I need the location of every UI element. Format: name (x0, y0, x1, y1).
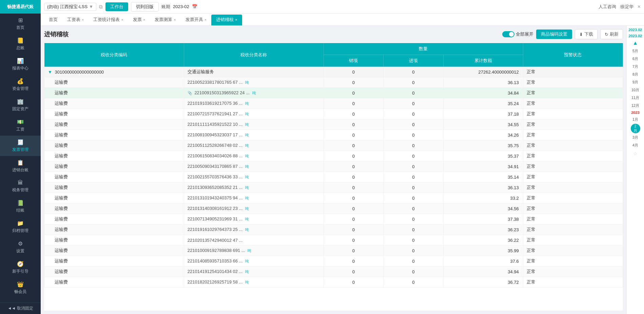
timeline-expand-up[interactable]: ▲ (633, 40, 638, 46)
unit-badge: 吨 (245, 196, 249, 200)
row-purchase: 0 (384, 130, 443, 140)
sidebar-item-salary[interactable]: 💵 工资 (0, 115, 41, 136)
tabs-bar: 首页 工资表 × 工资统计报表 × 发票 × 发票测算 × 发票开具 × 进销稽… (41, 14, 644, 26)
expand-all-toggle[interactable]: 全部展开 (502, 31, 533, 37)
table-row[interactable]: 运输费 221005112528266748 02 ... 吨 0 0 35.7… (44, 140, 623, 151)
expand-icon[interactable]: ▼ (48, 70, 52, 75)
sidebar-item-purchase[interactable]: 📋 进销台账 (0, 156, 41, 176)
close-button[interactable]: × (638, 4, 641, 10)
timeline-month-10[interactable]: 10月 (629, 86, 642, 94)
timeline-month-7[interactable]: 7月 (629, 63, 642, 70)
timeline-month-5[interactable]: 5月 (629, 47, 642, 55)
timeline-month-6[interactable]: 6月 (629, 55, 642, 62)
table-row[interactable]: 运输费 📎 221009150313965922 24 ... 吨 0 0 34… (44, 88, 623, 98)
sidebar-item-tax[interactable]: 🏛 税务管理 (0, 176, 41, 196)
sidebar-item-label: 资金管理 (12, 86, 28, 92)
row-status: 正常 (523, 256, 623, 267)
table-row[interactable]: 运输费 221014085935710353 66 ... 吨 0 0 37.6… (44, 256, 623, 267)
tab-invoice[interactable]: 发票 × (128, 15, 150, 25)
row-purchase: 0 (384, 235, 443, 246)
sidebar-item-settings[interactable]: ⚙ 设置 (0, 237, 41, 257)
timeline-month-8[interactable]: 8月 (629, 71, 642, 78)
timeline-month-4[interactable]: 4月 (629, 142, 642, 149)
table-row[interactable]: 运输费 221010009192789838 691 ... 吨 0 0 35.… (44, 246, 623, 256)
toggle-switch[interactable] (502, 31, 514, 37)
row-sales: 0 (324, 88, 383, 98)
row-cumulative: 35.75 (443, 140, 523, 151)
unit-badge: 吨 (245, 164, 249, 169)
unit-badge: 吨 (245, 143, 249, 148)
row-status: 正常 (523, 119, 623, 130)
data-table-wrapper: 税收分类编码 税收分类名称 数量 预警状态 销项 进项 累计数额 (44, 43, 623, 311)
table-row[interactable]: 运输费 221019161029764373 25 ... 吨 0 0 36.2… (44, 224, 623, 235)
tab-close-icon[interactable]: × (82, 18, 84, 22)
table-row[interactable]: 运输费 221007215737621941 27 ... 吨 0 0 37.1… (44, 109, 623, 119)
sidebar-item-vip[interactable]: 👑 畅会员 (0, 278, 41, 298)
sidebar-item-home[interactable]: ⊞ 首页 (0, 14, 41, 34)
refresh-button[interactable]: ↻ 刷新 (600, 29, 623, 39)
table-row[interactable]: 运输费 221018202126925719 58 ... 吨 0 0 36.7… (44, 277, 623, 288)
star-icon[interactable]: ☆ (633, 151, 638, 156)
sidebar-item-invoice[interactable]: 🧾 发票管理 (0, 136, 41, 156)
sidebar-pin-toggle[interactable]: ◄◄ 取消固定 (0, 302, 41, 314)
timeline-month-2[interactable]: 2月 (631, 124, 640, 133)
table-row[interactable]: 运输费 221006150834034026 88 ... 吨 0 0 35.3… (44, 151, 623, 161)
workspace-button[interactable]: 工作台 (105, 2, 128, 11)
tab-close-icon[interactable]: × (121, 18, 123, 22)
table-row[interactable]: 运输费 221008100945323037 17 ... 吨 0 0 34.2… (44, 130, 623, 140)
copy-icon[interactable]: ⧉ (99, 4, 103, 10)
table-row[interactable]: 运输费 221014191254101434 02 ... 吨 0 0 34.9… (44, 267, 623, 277)
period-label: 账期 (161, 4, 170, 10)
table-row[interactable]: 运输费 221020135742940012 47 ... 0 0 36.22 … (44, 235, 623, 246)
timeline-month-9[interactable]: 9月 (629, 79, 642, 86)
calendar-icon[interactable]: 📅 (192, 4, 197, 9)
timeline-year-label: 2023.02 (629, 27, 642, 33)
timeline-month-1[interactable]: 1月 (629, 116, 642, 123)
table-row[interactable]: 运输费 221005090343170865 87 ... 吨 0 0 34.9… (44, 161, 623, 172)
table-row[interactable]: 运输费 221019103619217075 36 ... 吨 0 0 35.2… (44, 98, 623, 109)
settings-button[interactable]: 商品编码设置 (536, 30, 572, 39)
row-cumulative: 34.94 (443, 267, 523, 277)
page-title: 进销稽核 (44, 30, 69, 38)
row-cumulative: 27262.40000000012 (443, 67, 523, 77)
row-item-name: 运输费 (44, 224, 184, 235)
sidebar-item-finance[interactable]: 💰 资金管理 (0, 75, 41, 95)
sidebar-item-ledger[interactable]: 📒 总账 (0, 34, 41, 54)
row-cumulative: 37.6 (443, 256, 523, 267)
row-status: 正常 (523, 172, 623, 182)
row-cumulative: 34.26 (443, 130, 523, 140)
tab-invoice-calc[interactable]: 发票测算 × (150, 15, 180, 25)
tab-close-icon[interactable]: × (235, 18, 237, 22)
unit-badge: 吨 (245, 207, 249, 211)
table-row[interactable]: 运输费 221013101943240375 94 ... 吨 0 0 33.2… (44, 193, 623, 203)
timeline-month-12[interactable]: 12月 (629, 102, 642, 109)
timeline-month-11[interactable]: 11月 (629, 94, 642, 101)
tab-sales-check[interactable]: 进销稽核 × (211, 15, 242, 25)
user-info[interactable]: 徐淀华 (620, 4, 633, 10)
tab-invoice-issue[interactable]: 发票开具 × (181, 15, 211, 25)
table-row[interactable]: 运输费 221005233817801765 67 ... 吨 0 0 36.1… (44, 77, 623, 88)
company-selector[interactable]: (勿动) 江西报宝-LSS ▼ (44, 3, 96, 11)
download-button[interactable]: ⬇ 下载 (575, 29, 598, 39)
tab-home[interactable]: 首页 (44, 15, 62, 25)
tab-close-icon[interactable]: × (204, 18, 207, 22)
sidebar-item-assets[interactable]: 🏢 固定资产 (0, 95, 41, 115)
tab-salary[interactable]: 工资表 × (62, 15, 89, 25)
table-row[interactable]: 运输费 221013140308161912 23 ... 吨 0 0 34.5… (44, 203, 623, 214)
timeline-month-3[interactable]: 3月 (629, 134, 642, 141)
tab-close-icon[interactable]: × (143, 18, 145, 22)
table-row[interactable]: 运输费 221002155703576436 33 ... 吨 0 0 35.1… (44, 172, 623, 182)
sidebar-item-reports[interactable]: 📊 报表中心 (0, 54, 41, 75)
sidebar-item-guide[interactable]: 🧭 新手引导 (0, 257, 41, 278)
table-row[interactable]: ▼ 30100000000000000000 交通运输服务 0 0 27262.… (44, 67, 623, 77)
sidebar-item-close-period[interactable]: 📗 结账 (0, 196, 41, 217)
row-purchase: 0 (384, 109, 443, 119)
sidebar-item-archive[interactable]: 📁 归档管理 (0, 217, 41, 237)
table-row[interactable]: 运输费 221007134905231969 31 ... 吨 0 0 37.3… (44, 214, 623, 224)
tab-close-icon[interactable]: × (174, 18, 176, 22)
table-row[interactable]: 运输费 221011111435921522 10 ... 吨 0 0 34.5… (44, 119, 623, 130)
table-row[interactable]: 运输费 221013093652085352 21 ... 吨 0 0 36.1… (44, 182, 623, 193)
tab-salary-report[interactable]: 工资统计报表 × (89, 15, 128, 25)
support-label[interactable]: 人工咨询 (599, 4, 616, 10)
switch-version-button[interactable]: 切到旧版 (131, 2, 159, 12)
